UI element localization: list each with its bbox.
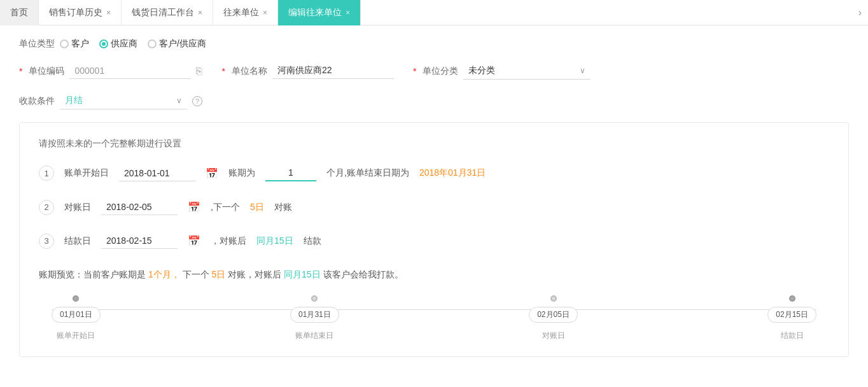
- row-label-reconcile: 对账日: [64, 202, 91, 213]
- form-section: 单位类型 客户 供应商 客户/供应商: [19, 38, 849, 109]
- category-value: 未分类: [468, 65, 575, 76]
- radio-label-supplier: 供应商: [111, 38, 137, 50]
- required-star-name: *: [221, 66, 225, 76]
- timeline-dot-1: [73, 295, 79, 302]
- radio-customer-supplier[interactable]: 客户/供应商: [148, 38, 206, 50]
- copy-icon[interactable]: ⎘: [196, 66, 202, 77]
- unit-code-input[interactable]: [69, 63, 191, 79]
- radio-circle-customer: [60, 39, 69, 48]
- unit-code-group: * 单位编码 ⎘: [19, 63, 202, 79]
- timeline-badge-4: 02月15日: [767, 307, 816, 323]
- timeline-point-4: 02月15日 结款日: [767, 295, 816, 341]
- period-separator: 账期为: [228, 167, 255, 179]
- payment-terms-dropdown[interactable]: 月结 ∨: [60, 92, 187, 109]
- reconcile-date-input[interactable]: [101, 199, 178, 215]
- payment-terms-group: 收款条件 月结 ∨ ?: [19, 92, 202, 109]
- tab-close-edit-partner[interactable]: ×: [346, 9, 350, 17]
- preview-text2: 对账，对账后: [228, 269, 281, 279]
- settings-panel: 请按照未来的一个完整帐期进行设置 1 账单开始日 📅 账期为 个月,账单结束日期…: [19, 122, 849, 357]
- timeline-badge-1: 01月01日: [52, 307, 101, 323]
- reconcile-highlight: 5日: [250, 202, 264, 213]
- timeline-dot-2: [311, 295, 318, 302]
- timeline-sublabel-1: 账单开始日: [57, 330, 95, 341]
- setting-row-3: 3 结款日 📅 ，对账后 同月15日 结款: [39, 233, 829, 249]
- timeline-dot-3: [550, 295, 557, 302]
- panel-hint: 请按照未来的一个完整帐期进行设置: [39, 138, 829, 150]
- tab-home[interactable]: 首页: [0, 0, 39, 25]
- preview-text3: 该客户会给我打款。: [323, 269, 403, 279]
- preview-highlight2: 5日: [211, 269, 225, 279]
- radio-label-customer: 客户: [71, 38, 89, 50]
- unit-type-label: 单位类型: [19, 38, 55, 50]
- payment-terms-arrow: ∨: [176, 96, 182, 105]
- settle-suffix: 结款: [304, 236, 321, 247]
- row-number-3: 3: [39, 234, 54, 249]
- reconcile-prefix: ,下一个: [211, 202, 240, 213]
- timeline-badge-3: 02月05日: [529, 307, 578, 323]
- main-content: 单位类型 客户 供应商 客户/供应商: [0, 25, 868, 387]
- preview-text: 账期预览：当前客户账期是 1个月， 下一个 5日 对账，对账后 同月15日 该客…: [39, 267, 829, 283]
- tab-scroll-right[interactable]: ›: [852, 7, 868, 18]
- settle-prefix: ，对账后: [211, 236, 246, 247]
- timeline-point-2: 01月31日 账单结束日: [290, 295, 339, 341]
- setting-row-2: 2 对账日 📅 ,下一个 5日 对账: [39, 199, 829, 215]
- code-name-category-row: * 单位编码 ⎘ * 单位名称 * 单位分类 未分类 ∨: [19, 62, 849, 80]
- start-date-calendar-icon[interactable]: 📅: [206, 167, 218, 179]
- row-number-1: 1: [39, 165, 54, 181]
- settle-date-calendar-icon[interactable]: 📅: [188, 235, 200, 247]
- row-label-start: 账单开始日: [64, 167, 109, 179]
- row-number-2: 2: [39, 200, 54, 215]
- help-icon[interactable]: ?: [192, 96, 202, 106]
- tab-close-cash-work[interactable]: ×: [198, 9, 202, 17]
- payment-terms-value: 月结: [65, 95, 171, 106]
- unit-name-input[interactable]: [272, 63, 394, 79]
- tab-partner[interactable]: 往来单位 ×: [213, 0, 278, 25]
- radio-group-unit-type: 客户 供应商 客户/供应商: [60, 38, 206, 50]
- timeline-dot-4: [789, 295, 795, 302]
- radio-supplier[interactable]: 供应商: [99, 38, 137, 50]
- timeline-sublabel-2: 账单结束日: [295, 330, 333, 341]
- radio-circle-customer-supplier: [148, 39, 157, 48]
- required-star-code: *: [19, 66, 22, 76]
- radio-label-customer-supplier: 客户/供应商: [159, 38, 206, 50]
- end-date-highlight: 2018年01月31日: [419, 167, 486, 179]
- timeline-dots-row: 01月01日 账单开始日 01月31日 账单结束日 02月05日 对账日 02月…: [45, 295, 823, 341]
- timeline-sublabel-3: 对账日: [542, 330, 565, 341]
- row-label-settle: 结款日: [64, 236, 91, 247]
- payment-terms-label: 收款条件: [19, 95, 55, 107]
- tab-bar: 首页 销售订单历史 × 钱货日清工作台 × 往来单位 × 编辑往来单位 × ›: [0, 0, 868, 25]
- tab-close-partner[interactable]: ×: [263, 9, 267, 17]
- category-dropdown-arrow: ∨: [580, 66, 585, 75]
- preview-text1: 下一个: [183, 269, 209, 279]
- timeline-point-3: 02月05日 对账日: [529, 295, 578, 341]
- unit-type-row: 单位类型 客户 供应商 客户/供应商: [19, 38, 849, 50]
- preview-label: 账期预览：当前客户账期是: [39, 269, 146, 279]
- unit-name-label: 单位名称: [232, 66, 267, 77]
- tab-edit-partner[interactable]: 编辑往来单位 ×: [278, 0, 361, 25]
- payment-terms-row: 收款条件 月结 ∨ ?: [19, 92, 849, 109]
- timeline-badge-2: 01月31日: [290, 307, 339, 323]
- period-unit: 个月,账单结束日期为: [326, 167, 409, 179]
- radio-circle-supplier: [99, 39, 108, 48]
- timeline-wrapper: 01月01日 账单开始日 01月31日 账单结束日 02月05日 对账日 02月…: [39, 295, 829, 341]
- category-dropdown[interactable]: 未分类 ∨: [463, 62, 591, 80]
- unit-type-group: 单位类型 客户 供应商 客户/供应商: [19, 38, 206, 50]
- tab-cash-work[interactable]: 钱货日清工作台 ×: [122, 0, 213, 25]
- required-star-category: *: [413, 66, 416, 76]
- unit-name-group: * 单位名称: [221, 63, 393, 79]
- reconcile-suffix: 对账: [274, 202, 292, 213]
- timeline-sublabel-4: 结款日: [781, 330, 804, 341]
- radio-customer[interactable]: 客户: [60, 38, 89, 50]
- tab-close-sales-history[interactable]: ×: [106, 9, 111, 17]
- unit-category-group: * 单位分类 未分类 ∨: [413, 62, 591, 80]
- unit-category-label: 单位分类: [423, 66, 458, 77]
- setting-row-1: 1 账单开始日 📅 账期为 个月,账单结束日期为 2018年01月31日: [39, 165, 829, 181]
- timeline-point-1: 01月01日 账单开始日: [52, 295, 101, 341]
- period-input[interactable]: [265, 165, 316, 181]
- preview-highlight3: 同月15日: [284, 269, 321, 279]
- start-date-input[interactable]: [119, 165, 195, 181]
- settle-date-input[interactable]: [101, 233, 178, 249]
- preview-highlight1: 1个月，: [148, 269, 180, 279]
- tab-sales-history[interactable]: 销售订单历史 ×: [39, 0, 122, 25]
- reconcile-date-calendar-icon[interactable]: 📅: [188, 201, 200, 213]
